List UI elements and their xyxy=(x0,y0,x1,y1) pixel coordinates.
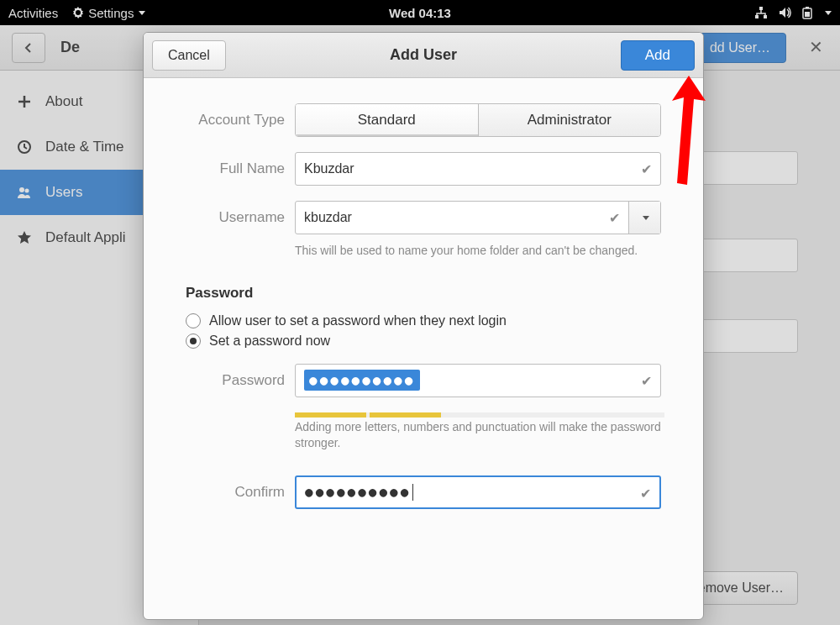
network-icon[interactable] xyxy=(754,6,768,19)
username-input[interactable]: kbuzdar ✔ xyxy=(295,201,661,234)
radio-icon xyxy=(186,313,201,328)
check-icon: ✔ xyxy=(640,486,651,502)
password-value: ●●●●●●●●●● xyxy=(304,370,420,391)
full-name-value: Kbuzdar xyxy=(304,161,354,176)
svg-rect-5 xyxy=(805,12,810,17)
radio-later-label: Allow user to set a password when they n… xyxy=(209,313,507,328)
username-label: Username xyxy=(186,209,285,226)
username-hint: This will be used to name your home fold… xyxy=(295,243,661,260)
radio-password-now[interactable]: Set a password now xyxy=(186,334,661,349)
battery-icon[interactable] xyxy=(801,6,813,19)
clock[interactable]: Wed 04:13 xyxy=(389,6,451,20)
password-label: Password xyxy=(186,372,285,389)
svg-rect-1 xyxy=(755,15,759,18)
check-icon: ✔ xyxy=(641,161,652,177)
password-section-title: Password xyxy=(186,285,661,302)
account-type-administrator[interactable]: Administrator xyxy=(478,104,661,136)
confirm-password-input[interactable]: ●●●●●●●●●● ✔ xyxy=(295,475,661,509)
check-icon: ✔ xyxy=(641,373,652,389)
account-type-toggle[interactable]: Standard Administrator xyxy=(295,103,661,137)
svg-rect-4 xyxy=(806,7,809,8)
username-value: kbuzdar xyxy=(304,210,352,225)
dialog-header: Cancel Add User Add xyxy=(144,33,703,78)
account-type-label: Account Type xyxy=(186,112,285,129)
full-name-input[interactable]: Kbuzdar ✔ xyxy=(295,152,661,186)
app-menu[interactable]: Settings xyxy=(71,6,145,20)
dialog-add-button[interactable]: Add xyxy=(621,40,695,71)
text-caret xyxy=(412,484,413,501)
confirm-label: Confirm xyxy=(186,484,285,501)
password-hint: Adding more letters, numbers and punctua… xyxy=(295,419,661,452)
radio-now-label: Set a password now xyxy=(209,334,330,349)
radio-password-later[interactable]: Allow user to set a password when they n… xyxy=(186,313,661,328)
radio-icon xyxy=(186,334,201,349)
gnome-top-bar: Activities Settings Wed 04:13 xyxy=(0,0,840,25)
chevron-down-icon xyxy=(139,11,145,15)
account-type-standard[interactable]: Standard xyxy=(296,104,478,136)
dialog-body: Account Type Standard Administrator Full… xyxy=(144,78,703,619)
svg-rect-0 xyxy=(759,7,763,10)
volume-icon[interactable] xyxy=(778,6,791,19)
confirm-value: ●●●●●●●●●● xyxy=(305,484,411,500)
check-icon: ✔ xyxy=(609,210,620,226)
username-dropdown-button[interactable] xyxy=(628,202,660,234)
system-menu-chevron-icon[interactable] xyxy=(825,11,832,15)
activities-button[interactable]: Activities xyxy=(8,6,58,20)
settings-icon xyxy=(71,6,85,19)
app-menu-label: Settings xyxy=(88,6,134,20)
cancel-button[interactable]: Cancel xyxy=(152,40,226,71)
add-user-dialog: Cancel Add User Add Account Type Standar… xyxy=(143,32,704,620)
password-input[interactable]: ●●●●●●●●●● ✔ xyxy=(295,364,661,397)
svg-rect-2 xyxy=(764,15,767,18)
dialog-title: Add User xyxy=(390,46,457,64)
full-name-label: Full Name xyxy=(186,160,285,177)
password-strength-meter xyxy=(295,412,664,418)
